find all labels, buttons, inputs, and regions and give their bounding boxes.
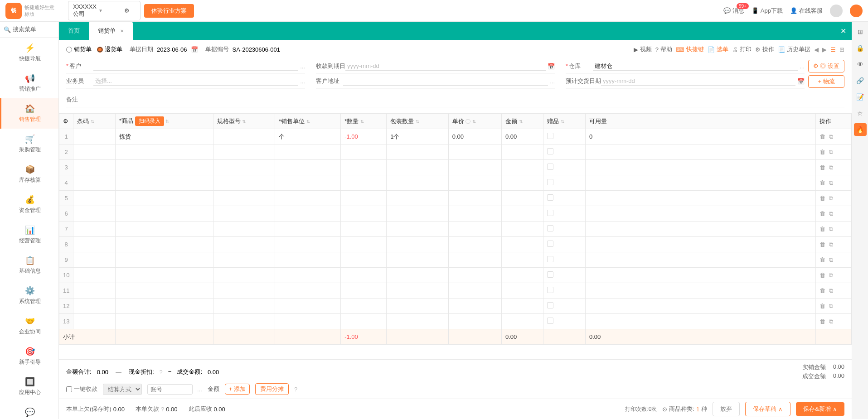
row-spec[interactable] [213,129,275,144]
row-product[interactable] [115,237,213,252]
row-price[interactable]: 0.00 [448,129,501,144]
toolbar-video[interactable]: ▶ 视频 [634,45,652,53]
row-pkg-qty[interactable] [387,191,449,206]
row-copy-icon[interactable]: ⧉ [829,272,833,279]
row-gift[interactable] [543,206,585,222]
row-price[interactable] [448,222,501,237]
row-unit[interactable] [275,252,341,268]
row-unit[interactable] [275,160,341,175]
amount-sort-icon[interactable]: ⇅ [519,119,523,124]
row-gift[interactable] [543,191,585,206]
row-delete-icon[interactable]: 🗑 [820,318,825,325]
row-price[interactable] [448,252,501,268]
row-barcode[interactable] [73,175,115,191]
settings-button[interactable]: ⚙ ◎ 设置 [808,60,844,72]
row-delete-icon[interactable]: 🗑 [820,241,825,248]
row-copy-icon[interactable]: ⧉ [829,318,833,325]
row-product[interactable] [115,299,213,314]
row-spec[interactable] [213,283,275,299]
sidebar-item-appstore[interactable]: 🔲 应用中心 [0,371,58,402]
toolbar-print[interactable]: 🖨 打印 [732,45,752,53]
row-gift[interactable] [543,314,585,329]
row-spec[interactable] [213,175,275,191]
pkg-sort-icon[interactable]: ⇅ [416,119,419,124]
row-copy-icon[interactable]: ⧉ [829,287,833,294]
row-barcode[interactable] [73,206,115,222]
price-sort-icon[interactable]: ⇅ [472,119,476,124]
row-copy-icon[interactable]: ⧉ [829,210,833,217]
notes-input[interactable] [93,95,844,104]
save-button[interactable]: 保存&新增 ∧ [796,402,844,416]
right-btn-grid[interactable]: ⊞ [854,25,867,38]
discount-help[interactable]: ? [160,369,163,376]
row-product[interactable] [115,252,213,268]
discard-button[interactable]: 放弃 [713,402,740,416]
row-qty[interactable] [341,299,387,314]
one-click-payment[interactable]: 一键收款 [66,385,97,393]
spec-sort-icon[interactable]: ⇅ [242,119,246,124]
row-qty[interactable] [341,175,387,191]
sidebar-item-finance[interactable]: 💰 资金管理 [0,189,58,220]
row-spec[interactable] [213,206,275,222]
arrears-help[interactable]: ? [161,406,164,413]
price-help-icon[interactable]: ⓘ [466,119,470,124]
row-barcode[interactable] [73,252,115,268]
row-amount[interactable] [501,175,543,191]
row-spec[interactable] [213,222,275,237]
row-delete-icon[interactable]: 🗑 [820,210,825,217]
row-amount[interactable]: 0.00 [501,129,543,144]
row-pkg-qty[interactable] [387,175,449,191]
row-delete-icon[interactable]: 🗑 [820,179,825,186]
row-product[interactable] [115,160,213,175]
row-gift[interactable] [543,268,585,283]
toolbar-shortcut[interactable]: ⌨ 快捷键 [676,45,704,53]
row-delete-icon[interactable]: 🗑 [820,195,825,202]
barcode-sort-icon[interactable]: ⇅ [91,119,94,124]
row-amount[interactable] [501,222,543,237]
row-spec[interactable] [213,191,275,206]
row-unit[interactable] [275,283,341,299]
row-amount[interactable] [501,191,543,206]
row-barcode[interactable] [73,129,115,144]
avatar-secondary[interactable] [850,5,863,17]
scan-button[interactable]: 扫码录入 [135,116,164,126]
row-pkg-qty[interactable] [387,252,449,268]
tab-close-icon[interactable]: ✕ [120,29,124,34]
tab-close-all-icon[interactable]: ✕ [840,27,846,35]
expected-date-input[interactable] [601,77,795,86]
row-copy-icon[interactable]: ⧉ [829,149,833,155]
row-spec[interactable] [213,299,275,314]
row-price[interactable] [448,314,501,329]
row-qty[interactable] [341,191,387,206]
row-amount[interactable] [501,252,543,268]
right-btn-link[interactable]: 🔗 [854,74,867,87]
radio-sales[interactable]: 销货单 [66,45,92,53]
add-payment-button[interactable]: + 添加 [225,384,250,395]
row-barcode[interactable] [73,314,115,329]
expense-button[interactable]: 费用分摊 [255,383,289,395]
right-btn-note[interactable]: 📝 [854,91,867,103]
sidebar-item-inventory[interactable]: 📦 库存核算 [0,159,58,189]
trial-button[interactable]: 体验行业方案 [144,4,194,18]
row-unit[interactable] [275,191,341,206]
view-grid-icon[interactable]: ⊞ [839,46,844,53]
row-spec[interactable] [213,160,275,175]
row-barcode[interactable] [73,160,115,175]
row-delete-icon[interactable]: 🗑 [820,287,825,294]
row-qty[interactable] [341,222,387,237]
row-pkg-qty[interactable] [387,206,449,222]
sidebar-item-sales[interactable]: 🏠 销售管理 [0,98,58,129]
row-unit[interactable] [275,222,341,237]
warehouse-dots[interactable]: ... [800,63,805,70]
date-cal-icon[interactable]: 📅 [191,46,198,53]
toolbar-action[interactable]: ⚙ 操作 [755,45,774,53]
row-qty[interactable] [341,144,387,160]
toolbar-history[interactable]: 📃 历史单据 [778,45,810,53]
expense-help-icon[interactable]: ? [294,386,297,393]
one-click-checkbox[interactable] [66,386,72,392]
row-barcode[interactable] [73,222,115,237]
row-amount[interactable] [501,314,543,329]
row-price[interactable] [448,237,501,252]
row-qty[interactable] [341,237,387,252]
row-barcode[interactable] [73,144,115,160]
